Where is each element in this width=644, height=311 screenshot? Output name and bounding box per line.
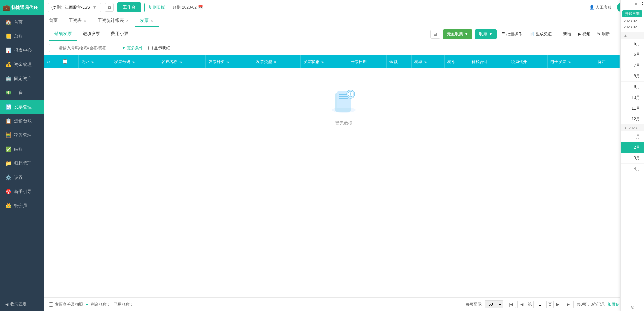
month-item-10[interactable]: 10月 bbox=[621, 92, 644, 103]
sub-tab-expense[interactable]: 费用小票 bbox=[105, 27, 134, 41]
show-detail-checkbox[interactable]: 显示明细 bbox=[148, 45, 170, 51]
sidebar-item-home[interactable]: 🏠 首页 bbox=[0, 15, 44, 29]
sidebar-item-archive-management[interactable]: 📁 归档管理 bbox=[0, 156, 44, 170]
tab-payroll-report-close[interactable]: × bbox=[125, 18, 129, 23]
sidebar-item-invoice-management[interactable]: 🧾 发票管理 bbox=[0, 100, 44, 114]
per-page-select[interactable]: 50 20 100 bbox=[485, 300, 503, 308]
sidebar-item-fund-management[interactable]: 💰 资金管理 bbox=[0, 57, 44, 72]
sidebar-item-beginner-guide[interactable]: 🎯 新手引导 bbox=[0, 185, 44, 199]
th-invoice-kind[interactable]: 发票种类 ⇅ bbox=[206, 55, 253, 68]
prev-page-btn[interactable]: ◀ bbox=[517, 301, 526, 308]
take-ticket-btn[interactable]: 取票 ▼ bbox=[475, 29, 497, 39]
invoice-check-checkbox[interactable] bbox=[49, 302, 53, 307]
month-item-8[interactable]: 8月 bbox=[621, 71, 644, 82]
sub-tab-purchase[interactable]: 进项发票 bbox=[77, 27, 105, 41]
th-customer-name[interactable]: 客户名称 ⇅ bbox=[158, 55, 206, 68]
th-invoice-no[interactable]: 发票号码 ⇅ bbox=[111, 55, 158, 68]
sidebar-item-label: 首页 bbox=[14, 19, 23, 25]
old-version-button[interactable]: 切到旧版 bbox=[144, 3, 169, 12]
tab-payroll[interactable]: 工资表 × bbox=[63, 15, 92, 27]
tab-invoice-label: 发票 bbox=[140, 17, 149, 24]
select-all-checkbox[interactable] bbox=[63, 59, 67, 64]
logo-icon: 💼 bbox=[3, 4, 10, 11]
sub-tab-sales[interactable]: 销项发票 bbox=[49, 27, 77, 41]
last-page-btn[interactable]: ▶| bbox=[564, 301, 574, 308]
workbench-button[interactable]: 工作台 bbox=[117, 2, 141, 12]
tab-payroll-close[interactable]: × bbox=[83, 18, 87, 23]
refresh-btn[interactable]: ↻ 刷新 bbox=[595, 30, 612, 39]
search-input[interactable] bbox=[49, 44, 116, 52]
add-new-label: 新增 bbox=[563, 31, 571, 37]
company-selector[interactable]: (勿删）江西股宝-LSS ▼ bbox=[48, 3, 101, 12]
tab-invoice-close[interactable]: × bbox=[150, 18, 154, 23]
month-item-9[interactable]: 9月 bbox=[621, 82, 644, 92]
pagination: |◀ ◀ 第 页 ▶ ▶| bbox=[506, 301, 573, 308]
th-electronic-invoice[interactable]: 电子发票 ⇅ bbox=[548, 55, 595, 68]
batch-operations-btn[interactable]: ☰ 批量操作 bbox=[499, 30, 524, 39]
date-panel-close-btn[interactable]: × bbox=[635, 1, 637, 7]
month-item-2023-3[interactable]: 3月 bbox=[621, 153, 644, 164]
date-panel-expand-btn[interactable]: ⛶ bbox=[639, 1, 643, 7]
open-period-btn[interactable]: 开账日期 bbox=[622, 10, 642, 17]
sidebar-item-general-ledger[interactable]: 📒 总账 bbox=[0, 29, 44, 43]
sidebar-item-label: 工资 bbox=[14, 90, 23, 96]
fund-management-icon: 💰 bbox=[5, 62, 11, 68]
month-item-7[interactable]: 7月 bbox=[621, 60, 644, 71]
month-item-11[interactable]: 11月 bbox=[621, 103, 644, 114]
main-content: (勿删）江西股宝-LSS ▼ ⧉ 工作台 切到旧版 账期 2023-02 📅 👤… bbox=[44, 0, 644, 311]
month-item-5[interactable]: 5月 bbox=[621, 39, 644, 49]
next-page-btn[interactable]: ▶ bbox=[553, 301, 562, 308]
period-val-1: 2023.02 bbox=[624, 19, 637, 23]
sidebar-item-settings[interactable]: ⚙️ 设置 bbox=[0, 170, 44, 185]
generate-voucher-btn[interactable]: 📄 生成凭证 bbox=[527, 30, 554, 39]
sidebar-item-purchase-sale[interactable]: 📋 进销台账 bbox=[0, 114, 44, 128]
footer-right: 每页显示 50 20 100 |◀ ◀ 第 页 ▶ ▶| bbox=[466, 300, 639, 308]
page-input[interactable] bbox=[533, 301, 547, 308]
add-new-btn[interactable]: ⊕ 新增 bbox=[556, 30, 573, 39]
tab-home[interactable]: 首页 bbox=[44, 15, 63, 27]
show-detail-input[interactable] bbox=[148, 46, 153, 50]
month-item-2023-2[interactable]: 2月 bbox=[621, 142, 644, 153]
month-item-2023-1[interactable]: 1月 bbox=[621, 131, 644, 142]
sidebar-item-report-center[interactable]: 📊 报表中心 bbox=[0, 43, 44, 57]
year-expand-icon: ▲ bbox=[624, 126, 627, 130]
th-total-with-tax: 价税合计 bbox=[469, 55, 508, 68]
month-item-12[interactable]: 12月 bbox=[621, 114, 644, 125]
th-voucher[interactable]: 凭证 ⇅ bbox=[78, 55, 111, 68]
human-service-btn[interactable]: 👤 人工客服 bbox=[589, 5, 612, 10]
sidebar-collapse-btn[interactable]: ◀ 收消固定 bbox=[0, 297, 44, 311]
copy-button[interactable]: ⧉ bbox=[105, 3, 114, 12]
no-tax-ticket-btn[interactable]: 无血取票 ▼ bbox=[443, 29, 472, 39]
th-tax-rate[interactable]: 税率 ⇅ bbox=[412, 55, 445, 68]
th-amount: 金额 bbox=[387, 55, 412, 68]
show-detail-label: 显示明细 bbox=[154, 45, 170, 51]
date-panel-bottom-expand[interactable]: ⊙ bbox=[621, 303, 644, 311]
month-item-6[interactable]: 6月 bbox=[621, 49, 644, 60]
sidebar-item-membership[interactable]: 👑 畅会员 bbox=[0, 199, 44, 213]
th-tax-rate-label: 税率 bbox=[414, 59, 422, 64]
grid-view-btn[interactable]: ⊞ bbox=[430, 30, 440, 39]
tab-payroll-report[interactable]: 工资统计报表 × bbox=[92, 15, 135, 27]
period-val-2: 2023.02 bbox=[624, 25, 637, 29]
period-row1: 2023.02 bbox=[622, 18, 643, 24]
sidebar-item-settlement[interactable]: ✅ 结账 bbox=[0, 142, 44, 156]
remaining-label: 剩余张数： bbox=[91, 302, 111, 307]
sidebar-item-tax-management[interactable]: 🧮 税务管理 bbox=[0, 128, 44, 142]
month-item-2023-4[interactable]: 4月 bbox=[621, 164, 644, 174]
company-name: (勿删）江西股宝-LSS bbox=[51, 5, 90, 10]
tab-home-label: 首页 bbox=[49, 17, 58, 24]
sidebar-item-payroll[interactable]: 💵 工资 bbox=[0, 86, 44, 100]
more-conditions-btn[interactable]: ▼ 更多条件 bbox=[119, 44, 146, 52]
sub-tabs: 销项发票 进项发票 费用小票 bbox=[44, 27, 425, 41]
page-label: 第 bbox=[528, 302, 532, 307]
invoice-check-label[interactable]: 发票查验及拍照 bbox=[49, 302, 83, 307]
th-invoice-type[interactable]: 发票类型 ⇅ bbox=[253, 55, 300, 68]
th-invoice-status[interactable]: 发票状态 ⇅ bbox=[300, 55, 348, 68]
sidebar-item-label: 发票管理 bbox=[14, 104, 32, 110]
generate-voucher-label: 生成凭证 bbox=[536, 31, 552, 37]
tab-invoice[interactable]: 发票 × bbox=[135, 15, 159, 27]
first-page-btn[interactable]: |◀ bbox=[506, 301, 516, 308]
video-btn[interactable]: ▶ 视频 bbox=[576, 30, 592, 39]
sidebar-item-fixed-assets[interactable]: 🏢 固定资产 bbox=[0, 72, 44, 86]
invoice-panel: 销项发票 进项发票 费用小票 ⊞ 无血取票 ▼ bbox=[44, 27, 644, 311]
